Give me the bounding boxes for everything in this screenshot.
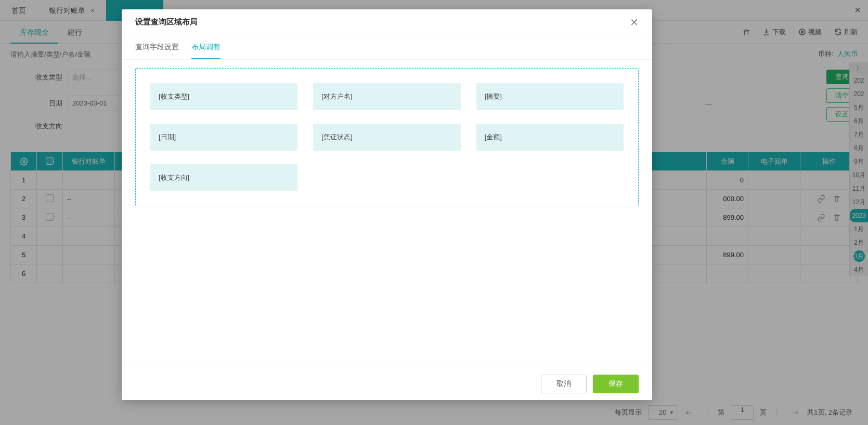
save-button[interactable]: 保存 <box>593 375 639 393</box>
modal-title: 设置查询区域布局 <box>135 17 198 27</box>
modal-body: [收支类型][对方户名][摘要][日期][凭证状态][金额][收支方向] <box>122 60 652 367</box>
layout-field-chip[interactable]: [凭证状态] <box>313 124 460 151</box>
layout-field-chip[interactable]: [金额] <box>476 124 624 151</box>
layout-field-chip[interactable]: [摘要] <box>476 83 624 110</box>
modal-tab-layout[interactable]: 布局调整 <box>191 43 221 59</box>
layout-settings-modal: 设置查询区域布局 ✕ 查询字段设置 布局调整 [收支类型][对方户名][摘要][… <box>122 9 652 400</box>
modal-tabs: 查询字段设置 布局调整 <box>122 35 652 60</box>
layout-field-chip[interactable]: [日期] <box>150 124 297 151</box>
layout-canvas: [收支类型][对方户名][摘要][日期][凭证状态][金额][收支方向] <box>135 68 639 206</box>
layout-field-chip[interactable]: [对方户名] <box>313 83 460 110</box>
cancel-button[interactable]: 取消 <box>541 375 587 393</box>
modal-footer: 取消 保存 <box>122 367 652 400</box>
layout-field-chip[interactable]: [收支类型] <box>150 83 297 110</box>
modal-close-icon[interactable]: ✕ <box>630 16 639 29</box>
modal-tab-fields[interactable]: 查询字段设置 <box>135 43 179 59</box>
modal-header: 设置查询区域布局 ✕ <box>122 9 652 35</box>
layout-field-chip[interactable]: [收支方向] <box>150 164 297 191</box>
